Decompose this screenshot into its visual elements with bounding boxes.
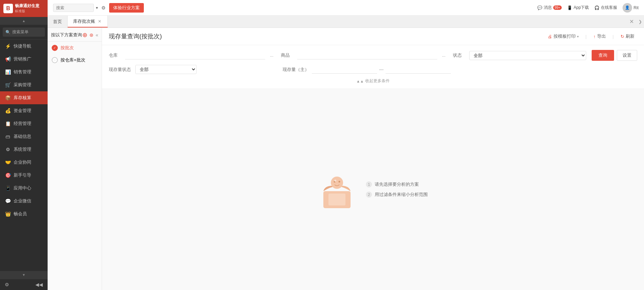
print-icon: 🖨 — [548, 34, 552, 39]
status-filter: 状态 全部 正常 停用 — [453, 51, 586, 60]
inventory-icon: 📦 — [5, 95, 11, 101]
sidebar-item-base[interactable]: 🗃 基础信息 — [0, 130, 48, 143]
scheme-settings-btn[interactable]: ⊛ — [89, 32, 94, 38]
tip-text-1: 请先选择要分析的方案 — [375, 181, 419, 187]
online-service-action[interactable]: 🎧 在线客服 — [594, 5, 617, 11]
inventory-status-select[interactable]: 全部 — [135, 65, 197, 74]
filter-row-1: 仓库 ... 商品 ... 状态 全部 正常 停用 — [109, 50, 637, 61]
sidebar-item-inventory[interactable]: 📦 库存核算 — [0, 91, 48, 104]
collapse-filter-btn[interactable]: ▲▲ 收起更多条件 — [109, 78, 637, 84]
tabs-bar: 首页 库存批次账 ✕ ✕ ❯ — [48, 16, 644, 28]
empty-svg — [318, 173, 356, 210]
divider1: | — [586, 34, 587, 39]
page-title: 现存量查询(按批次) — [109, 32, 162, 40]
empty-illustration — [318, 173, 352, 206]
collapse-scheme-btn[interactable]: « — [96, 32, 98, 38]
sidebar-item-system[interactable]: ⚙ 系统管理 — [0, 143, 48, 156]
topbar-settings-btn[interactable]: ⚙ — [101, 5, 106, 11]
collapse-sidebar-icon[interactable]: ◀◀ — [35, 282, 43, 287]
sidebar-item-quick-nav[interactable]: ⚡ 快捷导航 — [0, 40, 48, 53]
base-icon: 🗃 — [5, 133, 11, 140]
sidebar-search[interactable]: 🔍 搜索菜单 — [0, 25, 48, 40]
scheme-actions: ⊕ ⊛ « — [82, 31, 98, 39]
topbar-dropdown-btn[interactable]: ▾ — [96, 5, 98, 10]
export-label: 导出 — [597, 33, 606, 39]
sidebar-item-operations[interactable]: 📋 经营管理 — [0, 117, 48, 130]
scheme-item-warehouse-batch[interactable]: ○ 按仓库+批次 — [48, 54, 102, 66]
topbar-search-input[interactable] — [53, 4, 94, 12]
scroll-up-btn[interactable]: ▲ — [21, 18, 27, 24]
system-icon: ⚙ — [5, 146, 11, 152]
svg-point-4 — [339, 181, 340, 183]
action-buttons: 查询 设置 — [592, 50, 637, 61]
product-more-btn[interactable]: ... — [440, 52, 447, 58]
print-btn[interactable]: 🖨 按模板打印 ▾ — [545, 32, 581, 41]
inventory-min-input[interactable] — [312, 66, 377, 74]
tab-close-inventory-batch[interactable]: ✕ — [97, 19, 102, 24]
sidebar-item-marketing[interactable]: 📢 营销推广 — [0, 53, 48, 66]
topbar-actions: 💬 消息 99+ 📱 App下载 🎧 在线客服 👤 Rit — [537, 3, 639, 13]
edition-label: 标准版 — [15, 9, 44, 14]
sidebar-item-newbie[interactable]: 🎯 新手引导 — [0, 169, 48, 182]
inventory-status-label: 现存量状态 — [109, 67, 133, 73]
sidebar-scroll-down[interactable]: ▼ — [0, 271, 48, 279]
product-label: 商品 — [281, 52, 294, 58]
empty-tip-2: 2 用过滤条件来缩小分析范围 — [366, 192, 428, 198]
warehouse-filter: 仓库 ... — [109, 51, 275, 59]
sidebar-scroll-up[interactable]: ▲ — [0, 17, 48, 25]
refresh-icon: ↻ — [621, 34, 624, 39]
sidebar-item-label: 库存核算 — [14, 95, 31, 101]
add-scheme-btn[interactable]: ⊕ — [82, 31, 87, 39]
user-profile[interactable]: 👤 Rit — [623, 3, 639, 13]
message-icon: 💬 — [537, 5, 542, 10]
product-input[interactable] — [297, 51, 437, 59]
message-action[interactable]: 💬 消息 99+ — [537, 5, 562, 11]
warehouse-more-btn[interactable]: ... — [268, 52, 275, 58]
tab-inventory-batch[interactable]: 库存批次账 ✕ — [68, 16, 108, 28]
app-download-action[interactable]: 📱 App下载 — [567, 5, 589, 11]
scroll-down-btn[interactable]: ▼ — [21, 272, 27, 278]
status-label: 状态 — [453, 52, 467, 58]
sidebar-footer: ⚙ ◀◀ — [0, 279, 48, 290]
empty-state: 1 请先选择要分析的方案 2 用过滤条件来缩小分析范围 — [102, 89, 644, 290]
sidebar-search-btn[interactable]: 🔍 搜索菜单 — [3, 28, 45, 37]
tip-number-2: 2 — [366, 192, 372, 198]
scheme-item-batch[interactable]: ✓ 按批次 — [48, 42, 102, 54]
filter-section: 仓库 ... 商品 ... 状态 全部 正常 停用 — [102, 45, 644, 89]
tab-inventory-batch-label: 库存批次账 — [73, 18, 95, 24]
tab-home[interactable]: 首页 — [48, 16, 68, 28]
print-label: 按模板打印 — [554, 33, 576, 39]
scheme-panel: 按以下方案查询 ⊕ ⊛ « ✓ 按批次 ○ — [48, 28, 102, 290]
sidebar-item-member[interactable]: 👑 畅会员 — [0, 207, 48, 220]
sidebar-title-block: 畅康通好生意 标准版 — [15, 3, 44, 14]
search-icon: 🔍 — [5, 30, 11, 35]
main-area: ▾ ⚙ 体验行业方案 💬 消息 99+ 📱 App下载 🎧 在线客服 👤 — [48, 0, 644, 290]
operations-icon: 📋 — [5, 121, 11, 127]
settings-btn[interactable]: 设置 — [617, 50, 637, 61]
avatar-initials: 👤 — [625, 5, 630, 10]
message-badge: 99+ — [553, 5, 562, 10]
sidebar-item-wechat[interactable]: 💬 企业微信 — [0, 195, 48, 207]
sidebar-item-finance[interactable]: 💰 资金管理 — [0, 104, 48, 117]
query-btn[interactable]: 查询 — [592, 50, 614, 61]
tab-panel-close-right[interactable]: ✕ — [627, 18, 637, 25]
svg-rect-1 — [328, 194, 345, 205]
export-btn[interactable]: ↑ 导出 — [591, 32, 609, 41]
status-select[interactable]: 全部 正常 停用 — [469, 51, 586, 60]
sidebar-item-label: 快捷导航 — [14, 43, 31, 49]
tab-panel-chevron[interactable]: ❯ — [637, 19, 644, 24]
topbar-experience-btn[interactable]: 体验行业方案 — [109, 3, 144, 13]
message-label: 消息 — [544, 5, 552, 11]
sidebar-item-enterprise[interactable]: 🤝 企业协同 — [0, 156, 48, 169]
sidebar-item-purchase[interactable]: 🛒 采购管理 — [0, 78, 48, 91]
sidebar-item-sales[interactable]: 📊 销售管理 — [0, 66, 48, 78]
sidebar-item-label: 应用中心 — [14, 185, 31, 191]
panel-close-icon[interactable]: ✕ — [629, 18, 634, 25]
warehouse-input[interactable] — [125, 51, 265, 59]
sidebar-item-app-center[interactable]: 📱 应用中心 — [0, 182, 48, 195]
online-service-label: 在线客服 — [601, 5, 617, 11]
topbar: ▾ ⚙ 体验行业方案 💬 消息 99+ 📱 App下载 🎧 在线客服 👤 — [48, 0, 644, 16]
refresh-btn[interactable]: ↻ 刷新 — [618, 32, 637, 41]
settings-footer-icon[interactable]: ⚙ — [5, 282, 9, 287]
inventory-max-input[interactable] — [386, 66, 451, 74]
